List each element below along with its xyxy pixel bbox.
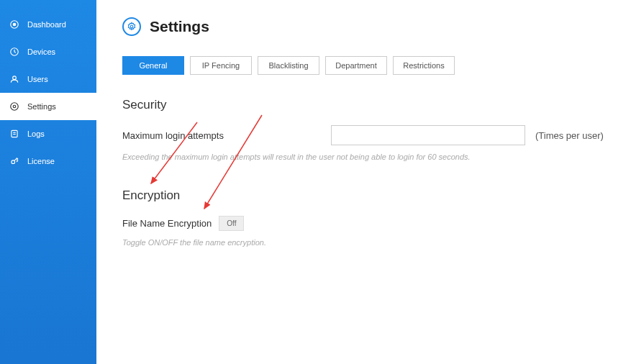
encryption-toggle[interactable]: Off — [219, 216, 244, 231]
max-login-label: Maximum login attempts — [122, 130, 331, 141]
tab-blacklisting[interactable]: Blacklisting — [258, 56, 319, 75]
settings-icon — [9, 101, 20, 112]
security-section-title: Security — [122, 98, 605, 112]
max-login-suffix: (Times per user) — [535, 130, 604, 141]
devices-icon — [9, 46, 20, 58]
sidebar-item-logs[interactable]: Logs — [0, 120, 96, 147]
file-name-encryption-label: File Name Encryption — [122, 218, 212, 229]
dashboard-icon — [9, 19, 20, 30]
svg-point-9 — [12, 160, 15, 164]
license-icon — [9, 155, 20, 167]
main-content: Settings General IP Fencing Blacklisting… — [96, 0, 631, 364]
sidebar-item-dashboard[interactable]: Dashboard — [0, 11, 96, 38]
max-login-row: Maximum login attempts (Times per user) — [122, 125, 605, 145]
encryption-section-title: Encryption — [122, 188, 605, 203]
sidebar-item-license[interactable]: License — [0, 147, 96, 175]
sidebar-item-label: Devices — [27, 47, 55, 56]
sidebar-item-label: Users — [27, 75, 48, 83]
sidebar-item-label: Settings — [27, 102, 56, 111]
svg-point-1 — [13, 23, 16, 26]
tab-general[interactable]: General — [122, 56, 184, 75]
annotation-arrows — [96, 0, 631, 364]
security-help-text: Exceeding the maximum login attempts wil… — [122, 153, 605, 161]
tabs: General IP Fencing Blacklisting Departme… — [122, 56, 605, 75]
sidebar-item-settings[interactable]: Settings — [0, 93, 96, 120]
users-icon — [9, 73, 20, 85]
page-title: Settings — [150, 18, 209, 35]
svg-point-4 — [11, 103, 19, 111]
max-login-input[interactable] — [331, 125, 525, 145]
sidebar-item-label: Logs — [27, 129, 45, 138]
sidebar: Dashboard Devices Users Settings Logs Li… — [0, 0, 96, 364]
tab-restrictions[interactable]: Restrictions — [393, 56, 455, 75]
sidebar-item-devices[interactable]: Devices — [0, 38, 96, 65]
sidebar-item-label: License — [27, 157, 55, 165]
svg-point-3 — [13, 76, 17, 80]
logs-icon — [9, 128, 20, 140]
file-name-encryption-row: File Name Encryption Off — [122, 216, 605, 231]
gear-icon — [122, 17, 141, 36]
sidebar-item-users[interactable]: Users — [0, 65, 96, 93]
tab-department[interactable]: Department — [325, 56, 387, 75]
page-header: Settings — [122, 17, 605, 36]
encryption-help-text: Toggle ON/OFF the file name encryption. — [122, 238, 605, 247]
tab-ip-fencing[interactable]: IP Fencing — [190, 56, 252, 75]
sidebar-item-label: Dashboard — [27, 20, 66, 29]
svg-point-10 — [130, 25, 133, 28]
svg-point-5 — [13, 105, 16, 108]
